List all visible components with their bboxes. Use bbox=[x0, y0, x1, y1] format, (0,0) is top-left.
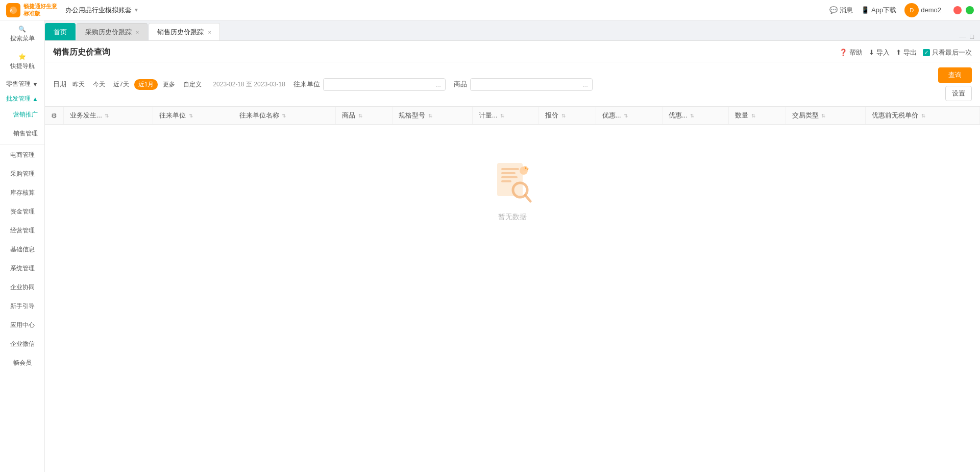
logo-text: 畅捷通好生意 标准版 bbox=[23, 3, 57, 16]
tab-sales-history[interactable]: 销售历史价跟踪 × bbox=[149, 23, 219, 40]
col-product[interactable]: 商品 ⇅ bbox=[335, 107, 393, 125]
export-icon: ⬆ bbox=[896, 49, 901, 56]
divider bbox=[0, 144, 44, 145]
sidebar-item-shortcut[interactable]: ⭐ 快捷导航 bbox=[0, 48, 44, 76]
sidebar-item-search[interactable]: 🔍 搜索菜单 bbox=[0, 20, 44, 48]
svg-rect-5 bbox=[501, 176, 518, 178]
col-price[interactable]: 报价 ⇅ bbox=[539, 107, 596, 125]
sidebar: 🔍 搜索菜单 ⭐ 快捷导航 零售管理 ▼ 批发管理 ▲ 营销推广 销售管理 电商… bbox=[0, 20, 45, 472]
header-row: ⚙ 业务发生... ⇅ 往来单位 ⇅ 往来单位名称 ⇅ bbox=[45, 107, 980, 125]
empty-state: 暂无数据 bbox=[45, 125, 980, 252]
settings-col[interactable]: ⚙ bbox=[45, 107, 64, 125]
chevron-down-icon: ▼ bbox=[32, 81, 38, 88]
date-btn-1month[interactable]: 近1月 bbox=[134, 79, 158, 90]
date-filter-group: 日期 昨天 今天 近7天 近1月 更多 自定义 bbox=[53, 79, 205, 90]
tab-maximize-btn[interactable]: □ bbox=[970, 33, 974, 40]
col-partner-code[interactable]: 往来单位 ⇅ bbox=[153, 107, 233, 125]
col-spec[interactable]: 规格型号 ⇅ bbox=[393, 107, 472, 125]
only-last-checkbox[interactable] bbox=[923, 49, 930, 56]
sort-icon: ⇅ bbox=[282, 113, 286, 119]
sort-icon: ⇅ bbox=[561, 113, 566, 119]
sidebar-item-ecommerce[interactable]: 电商管理 bbox=[0, 146, 44, 164]
col-biz-date[interactable]: 业务发生... ⇅ bbox=[64, 107, 153, 125]
tab-sales-label: 销售历史价跟踪 bbox=[157, 28, 204, 37]
window-close-btn[interactable]: × bbox=[953, 6, 962, 14]
date-label: 日期 bbox=[53, 80, 66, 89]
date-btn-today[interactable]: 今天 bbox=[90, 79, 108, 90]
date-range-display: 2023-02-18 至 2023-03-18 bbox=[213, 80, 285, 89]
date-shortcuts: 昨天 今天 近7天 近1月 更多 自定义 bbox=[69, 79, 205, 90]
product-label: 商品 bbox=[454, 80, 467, 89]
sidebar-item-sales-mgr[interactable]: 销售管理 bbox=[0, 124, 44, 143]
svg-rect-6 bbox=[501, 180, 511, 182]
user-menu[interactable]: D demo2 bbox=[904, 3, 941, 17]
import-btn[interactable]: ⬇ 导入 bbox=[869, 48, 890, 57]
sidebar-item-retail[interactable]: 零售管理 ▼ bbox=[0, 76, 44, 90]
svg-rect-2 bbox=[497, 163, 523, 196]
message-icon: 💬 bbox=[829, 6, 838, 14]
col-discount2[interactable]: 优惠... ⇅ bbox=[662, 107, 728, 125]
col-pretax-price[interactable]: 优惠前无税单价 ⇅ bbox=[866, 107, 980, 125]
date-btn-yesterday[interactable]: 昨天 bbox=[69, 79, 88, 90]
sidebar-item-purchase[interactable]: 采购管理 bbox=[0, 164, 44, 183]
chevron-down-icon: ▼ bbox=[134, 7, 139, 13]
date-btn-7days[interactable]: 近7天 bbox=[110, 79, 132, 90]
app-download-btn[interactable]: 📱 App下载 bbox=[861, 6, 896, 15]
product-input[interactable]: ... bbox=[470, 78, 593, 91]
sidebar-item-wechat[interactable]: 企业微信 bbox=[0, 335, 44, 353]
logo-area: 6 畅捷通好生意 标准版 bbox=[6, 3, 57, 17]
sidebar-item-newbie[interactable]: 新手引导 bbox=[0, 297, 44, 316]
date-btn-more[interactable]: 更多 bbox=[160, 79, 178, 90]
chevron-up-icon: ▲ bbox=[32, 96, 38, 103]
top-bar: 6 畅捷通好生意 标准版 办公用品行业模拟账套 ▼ 💬 消息 📱 App下载 D… bbox=[0, 0, 980, 20]
svg-rect-3 bbox=[501, 168, 519, 170]
export-btn[interactable]: ⬆ 导出 bbox=[896, 48, 917, 57]
col-unit[interactable]: 计量... ⇅ bbox=[472, 107, 538, 125]
settings-button[interactable]: 设置 bbox=[945, 86, 972, 101]
page-actions: ❓ 帮助 ⬇ 导入 ⬆ 导出 只看最后一次 bbox=[839, 48, 972, 57]
partner-filter-group: 往来单位 ... bbox=[293, 78, 446, 91]
company-selector[interactable]: 办公用品行业模拟账套 ▼ bbox=[61, 6, 143, 15]
sidebar-item-enterprise[interactable]: 企业协同 bbox=[0, 278, 44, 297]
tab-close-sales[interactable]: × bbox=[208, 29, 211, 35]
sort-icon: ⇅ bbox=[428, 113, 432, 119]
col-discount1[interactable]: 优惠... ⇅ bbox=[596, 107, 662, 125]
tab-home[interactable]: 首页 bbox=[45, 23, 76, 40]
help-btn[interactable]: ❓ 帮助 bbox=[839, 48, 863, 57]
partner-input[interactable]: ... bbox=[323, 78, 446, 91]
sort-icon: ⇅ bbox=[358, 113, 362, 119]
window-controls: × □ bbox=[953, 6, 974, 14]
avatar: D bbox=[904, 3, 919, 17]
sort-icon: ⇅ bbox=[751, 113, 755, 119]
sidebar-item-inventory[interactable]: 库存核算 bbox=[0, 183, 44, 202]
window-maximize-btn[interactable]: □ bbox=[966, 6, 974, 14]
sidebar-item-apps[interactable]: 应用中心 bbox=[0, 316, 44, 335]
message-btn[interactable]: 💬 消息 bbox=[829, 6, 853, 15]
company-name: 办公用品行业模拟账套 bbox=[65, 6, 132, 15]
tab-minimize-btn[interactable]: — bbox=[959, 33, 966, 40]
sidebar-item-member[interactable]: 畅会员 bbox=[0, 353, 44, 372]
date-btn-custom[interactable]: 自定义 bbox=[180, 79, 205, 90]
tab-close-purchase[interactable]: × bbox=[136, 29, 139, 35]
sidebar-item-finance[interactable]: 资金管理 bbox=[0, 202, 44, 221]
import-icon: ⬇ bbox=[869, 49, 874, 56]
sidebar-item-wholesale[interactable]: 批发管理 ▲ bbox=[0, 90, 44, 105]
data-table: ⚙ 业务发生... ⇅ 往来单位 ⇅ 往来单位名称 ⇅ bbox=[45, 107, 980, 125]
only-last-checkbox-label[interactable]: 只看最后一次 bbox=[923, 48, 972, 57]
sidebar-item-system[interactable]: 系统管理 bbox=[0, 259, 44, 278]
sort-icon: ⇅ bbox=[921, 113, 925, 119]
tab-purchase-history[interactable]: 采购历史价跟踪 × bbox=[77, 23, 148, 40]
product-filter-group: 商品 ... bbox=[454, 78, 593, 91]
page-header: 销售历史价查询 ❓ 帮助 ⬇ 导入 ⬆ 导出 bbox=[45, 41, 980, 62]
svg-text:6: 6 bbox=[10, 8, 13, 13]
col-trade-type[interactable]: 交易类型 ⇅ bbox=[786, 107, 865, 125]
sort-icon: ⇅ bbox=[821, 113, 825, 119]
col-qty[interactable]: 数量 ⇅ bbox=[729, 107, 786, 125]
sort-icon: ⇅ bbox=[500, 113, 504, 119]
query-button[interactable]: 查询 bbox=[938, 67, 972, 83]
col-partner-name[interactable]: 往来单位名称 ⇅ bbox=[233, 107, 335, 125]
sidebar-item-basics[interactable]: 基础信息 bbox=[0, 240, 44, 259]
query-buttons: 查询 设置 bbox=[938, 67, 972, 101]
sidebar-item-marketing[interactable]: 营销推广 bbox=[0, 105, 44, 124]
sidebar-item-operations[interactable]: 经营管理 bbox=[0, 221, 44, 240]
